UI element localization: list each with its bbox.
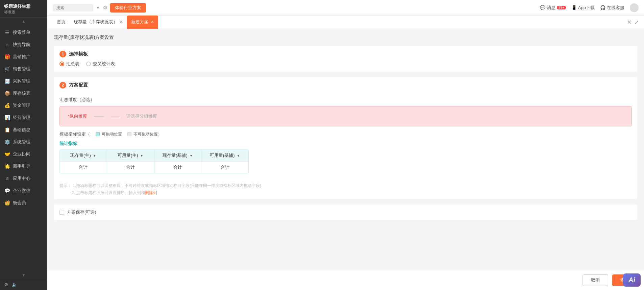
sidebar-item-system[interactable]: ⚙️ 系统管理	[0, 136, 47, 148]
trial-button[interactable]: 体验行业方案	[110, 3, 146, 13]
search-dropdown-icon[interactable]: ▼	[96, 5, 100, 10]
dimension-row: *纵向维度 —— 请选择分组维度	[68, 113, 623, 119]
sidebar-item-label: 快捷导航	[13, 42, 30, 48]
ai-badge[interactable]: Ai	[623, 273, 641, 287]
sidebar-item-label: 搜索菜单	[13, 29, 30, 35]
step2-title: 方案配置	[69, 82, 88, 88]
sidebar-item-label: 应用中心	[13, 175, 30, 182]
step2-badge: 2	[59, 82, 66, 89]
topbar-left: ▼ ⚙ 体验行业方案	[53, 3, 536, 13]
stat-col-3[interactable]: 现存量(基辅) ▼	[154, 150, 202, 161]
page-title: 现存量(库存状况表)方案设置	[54, 34, 637, 41]
topbar-gear-icon[interactable]: ⚙	[103, 4, 107, 11]
radio-cross[interactable]: 交叉统计表	[86, 61, 115, 67]
avatar[interactable]	[630, 3, 639, 12]
search-menu-icon: ☰	[4, 29, 10, 35]
tabs-bar: 首页 现存量（库存状况表） ✕ 新建方案 ✕ ✕ ⤢	[47, 16, 644, 29]
stat-cell-4: 合计	[201, 162, 248, 173]
online-service-item[interactable]: 🎧 在线客服	[600, 5, 624, 11]
radio-summary[interactable]: 汇总表	[59, 61, 79, 67]
stat-cell-1: 合计	[60, 162, 107, 173]
sidebar-item-label: 企业微信	[13, 188, 30, 194]
indicators-header: 模板指标设定（ 可拖动位置 不可拖动位置）	[59, 131, 632, 137]
sidebar-item-label: 企业协同	[13, 151, 30, 157]
tip-2: 2. 点击标题栏下拉可设置排序、插入列和删除列	[59, 190, 632, 196]
sidebar-item-purchase[interactable]: 🧾 采购管理	[0, 75, 47, 87]
sidebar-item-quick-nav[interactable]: ⌂ 快捷导航	[0, 39, 47, 51]
cooperation-icon: 🤝	[4, 151, 10, 157]
stat-col-1[interactable]: 现存量(主) ▼	[60, 150, 107, 161]
app-download-item[interactable]: 📱 App下载	[571, 5, 595, 11]
close-tab-inventory-icon[interactable]: ✕	[120, 20, 123, 24]
sidebar-item-vip[interactable]: 👑 畅会员	[0, 197, 47, 209]
page-content: 现存量(库存状况表)方案设置 1 选择模板 汇总表 交叉统计表 2	[47, 29, 644, 270]
app-logo: 畅康通好生意 标准版	[0, 0, 47, 18]
close-tab-new-scheme-icon[interactable]: ✕	[151, 20, 154, 24]
app-center-icon: 🖥	[4, 175, 10, 182]
col1-dropdown-icon[interactable]: ▼	[93, 154, 96, 158]
sidebar-item-search-menu[interactable]: ☰ 搜索菜单	[0, 26, 47, 39]
footer-bar: 取消 查询	[47, 270, 644, 290]
sidebar-item-cooperation[interactable]: 🤝 企业协同	[0, 148, 47, 160]
guide-icon: 🌟	[4, 163, 10, 169]
scroll-up-btn[interactable]: ▲	[0, 18, 47, 25]
cancel-button[interactable]: 取消	[583, 274, 608, 286]
topbar: ▼ ⚙ 体验行业方案 💬 消息 99+ 📱 App下载 🎧 在线客服	[47, 0, 644, 16]
step1-badge: 1	[59, 51, 66, 57]
stat-col-2-label: 可用量(主)	[118, 152, 138, 159]
step1-section: 1 选择模板 汇总表 交叉统计表	[54, 46, 637, 72]
sidebar-footer: ⚙ 🔈	[0, 279, 47, 290]
sidebar-item-inventory[interactable]: 📦 库存核算	[0, 87, 47, 99]
col3-dropdown-icon[interactable]: ▼	[190, 154, 193, 158]
sidebar-item-guide[interactable]: 🌟 新手引导	[0, 160, 47, 172]
col4-dropdown-icon[interactable]: ▼	[237, 154, 240, 158]
save-checkbox[interactable]	[59, 210, 64, 215]
tabs-actions: ✕ ⤢	[627, 19, 639, 25]
close-all-tabs-icon[interactable]: ✕	[627, 19, 631, 25]
settings-icon[interactable]: ⚙	[4, 282, 8, 287]
sidebar-item-marketing[interactable]: 🎁 营销推广	[0, 51, 47, 63]
tab-inventory-status[interactable]: 现存量（库存状况表） ✕	[70, 16, 127, 29]
sidebar-item-wechat[interactable]: 💬 企业微信	[0, 185, 47, 197]
sidebar-item-sales[interactable]: 🛒 销售管理	[0, 63, 47, 75]
search-input[interactable]	[53, 4, 93, 11]
sidebar-item-app-center[interactable]: 🖥 应用中心	[0, 172, 47, 185]
sidebar-item-basic-info[interactable]: 📋 基础信息	[0, 124, 47, 136]
dimension-line-text: ——	[111, 114, 120, 119]
non-movable-label: 不可拖动位置）	[133, 131, 162, 137]
stat-table: 现存量(主) ▼ 可用量(主) ▼ 现存量(基辅) ▼ 可用量(基辅)	[59, 149, 249, 173]
message-item[interactable]: 💬 消息 99+	[540, 5, 566, 11]
online-service-label: 在线客服	[607, 5, 624, 11]
sidebar-item-operations[interactable]: 📊 经营管理	[0, 112, 47, 124]
basic-info-icon: 📋	[4, 127, 10, 133]
message-icon: 💬	[540, 5, 545, 10]
sidebar-item-label: 系统管理	[13, 139, 30, 145]
non-movable-dot	[127, 132, 131, 136]
sidebar-item-label: 营销推广	[13, 54, 30, 60]
stat-col-2[interactable]: 可用量(主) ▼	[107, 150, 154, 161]
scroll-down-btn[interactable]: ▼	[0, 271, 47, 279]
sidebar-item-label: 基础信息	[13, 127, 30, 133]
radio-summary-label: 汇总表	[66, 61, 79, 67]
sidebar-item-finance[interactable]: 💰 资金管理	[0, 99, 47, 112]
stat-label: 统计指标	[59, 141, 632, 147]
sales-icon: 🛒	[4, 66, 10, 72]
tip-2-highlight: 删除列	[145, 190, 157, 195]
tab-new-scheme[interactable]: 新建方案 ✕	[127, 16, 158, 29]
col2-dropdown-icon[interactable]: ▼	[140, 154, 144, 158]
tab-home[interactable]: 首页	[53, 16, 70, 29]
tab-home-label: 首页	[57, 19, 66, 25]
sidebar-item-label: 畅会员	[13, 200, 26, 206]
sound-icon[interactable]: 🔈	[12, 282, 18, 287]
app-edition: 标准版	[4, 9, 43, 15]
purchase-icon: 🧾	[4, 78, 10, 84]
stat-table-header: 现存量(主) ▼ 可用量(主) ▼ 现存量(基辅) ▼ 可用量(基辅)	[60, 150, 248, 161]
dimension-placeholder: 请选择分组维度	[126, 113, 157, 119]
sidebar-nav: ☰ 搜索菜单 ⌂ 快捷导航 🎁 营销推广 🛒 销售管理 🧾 采购管理 📦 库存核…	[0, 25, 47, 271]
app-name: 畅康通好生意	[4, 3, 43, 9]
expand-icon[interactable]: ⤢	[634, 19, 639, 25]
sidebar-item-label: 新手引导	[13, 163, 30, 169]
dimension-required-label: *纵向维度	[68, 113, 87, 119]
stat-col-4[interactable]: 可用量(基辅) ▼	[201, 150, 248, 161]
dimension-box[interactable]: *纵向维度 —— 请选择分组维度	[59, 106, 632, 126]
